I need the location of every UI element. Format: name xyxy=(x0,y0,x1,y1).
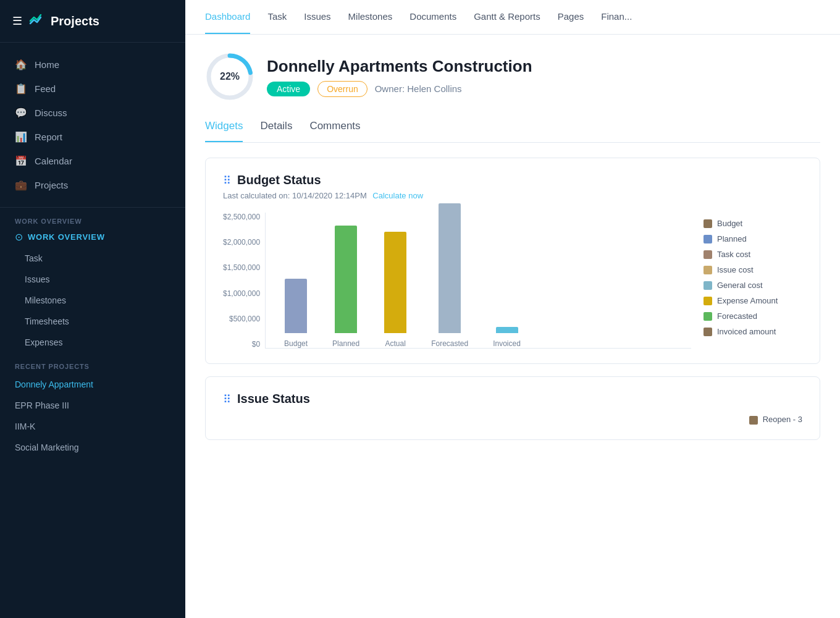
sidebar-sub-issues[interactable]: Issues xyxy=(0,269,185,290)
nav-milestones[interactable]: Milestones xyxy=(348,0,393,34)
sidebar-item-label: Calendar xyxy=(35,156,72,166)
bar-invoiced: Invoiced xyxy=(493,327,521,348)
sidebar-sub-timesheets[interactable]: Timesheets xyxy=(0,311,185,332)
issue-grid-icon: ⠿ xyxy=(223,392,231,406)
legend-label-budget: Budget xyxy=(717,219,742,228)
bar-invoiced-label: Invoiced xyxy=(493,339,521,348)
feed-icon: 📋 xyxy=(15,83,27,95)
logo-icon xyxy=(28,11,44,31)
bar-planned: Planned xyxy=(332,226,359,348)
nav-gantt[interactable]: Gantt & Reports xyxy=(474,0,540,34)
sidebar-item-feed[interactable]: 📋 Feed xyxy=(0,77,185,101)
sidebar-item-calendar[interactable]: 📅 Calendar xyxy=(0,149,185,173)
legend-task-cost: Task cost xyxy=(704,250,802,259)
y-label-2000k: $2,000,000 xyxy=(223,238,260,247)
bar-actual-fill xyxy=(384,232,406,333)
nav-documents[interactable]: Documents xyxy=(410,0,456,34)
bar-invoiced-fill xyxy=(496,327,518,333)
hamburger-icon[interactable]: ☰ xyxy=(12,14,22,28)
sidebar-item-home[interactable]: 🏠 Home xyxy=(0,53,185,77)
project-info: Donnelly Apartments Construction Active … xyxy=(267,57,532,97)
sidebar-item-label: Projects xyxy=(35,180,68,190)
owner-text: Owner: Helen Collins xyxy=(375,83,462,94)
legend-budget: Budget xyxy=(704,219,802,228)
discuss-icon: 💬 xyxy=(15,107,27,119)
sidebar-item-label: Report xyxy=(35,132,62,142)
nav-pages[interactable]: Pages xyxy=(558,0,584,34)
reopen-label: Reopen - 3 xyxy=(763,415,802,425)
legend-invoiced-amount: Invoiced amount xyxy=(704,327,802,336)
sidebar-item-report[interactable]: 📊 Report xyxy=(0,125,185,149)
legend-color-planned xyxy=(704,235,712,243)
project-title: Donnelly Apartments Construction xyxy=(267,57,532,76)
sidebar-recent-social[interactable]: Social Marketing xyxy=(0,437,185,458)
nav-dashboard[interactable]: Dashboard xyxy=(205,0,250,34)
legend-color-forecasted xyxy=(704,312,712,321)
bar-chart-wrapper: $2,500,000 $2,000,000 $1,500,000 $1,000,… xyxy=(223,213,691,349)
sidebar-item-projects[interactable]: 💼 Projects xyxy=(0,173,185,197)
sidebar-sub-milestones[interactable]: Milestones xyxy=(0,290,185,311)
bar-forecasted-fill xyxy=(439,203,461,333)
legend-color-task-cost xyxy=(704,250,712,259)
sidebar: ☰ Projects 🏠 Home 📋 Feed 💬 Discuss 📊 Rep… xyxy=(0,0,185,618)
bar-planned-fill xyxy=(335,226,357,333)
reopen-color-swatch xyxy=(749,416,758,425)
calculate-now-link[interactable]: Calculate now xyxy=(372,191,423,200)
sidebar-item-label: Feed xyxy=(35,83,56,94)
nav-issues[interactable]: Issues xyxy=(304,0,330,34)
home-icon: 🏠 xyxy=(15,59,27,70)
sidebar-nav: 🏠 Home 📋 Feed 💬 Discuss 📊 Report 📅 Calen… xyxy=(0,43,185,207)
budget-status-widget: ⠿ Budget Status Last calculated on: 10/1… xyxy=(205,158,820,364)
issue-widget-title: Issue Status xyxy=(237,392,310,406)
recent-projects-label: RECENT PROJECTS xyxy=(0,353,185,374)
progress-ring: 22% xyxy=(205,52,254,101)
budget-chart-area: $2,500,000 $2,000,000 $1,500,000 $1,000,… xyxy=(223,213,802,349)
bars-container: Budget Planned Actual xyxy=(265,213,691,349)
sidebar-sub-expenses[interactable]: Expenses xyxy=(0,332,185,353)
page-tabs: Widgets Details Comments xyxy=(205,116,820,143)
budget-grid-icon: ⠿ xyxy=(223,174,231,187)
bar-actual: Actual xyxy=(384,232,406,348)
sidebar-sub-task[interactable]: Task xyxy=(0,248,185,269)
main-content: Dashboard Task Issues Milestones Documen… xyxy=(185,0,840,618)
legend-label-expense-amount: Expense Amount xyxy=(717,296,778,305)
work-overview-label: WORK OVERVIEW xyxy=(0,208,185,229)
project-badges: Active Overrun Owner: Helen Collins xyxy=(267,81,532,97)
projects-icon: 💼 xyxy=(15,179,27,191)
sidebar-item-discuss[interactable]: 💬 Discuss xyxy=(0,101,185,125)
legend-label-invoiced-amount: Invoiced amount xyxy=(717,327,776,336)
legend-expense-amount: Expense Amount xyxy=(704,296,802,305)
work-overview-header: WORK OVERVIEW xyxy=(28,232,105,242)
sidebar-recent-iim[interactable]: IIM-K xyxy=(0,416,185,437)
legend-label-task-cost: Task cost xyxy=(717,250,750,259)
tab-widgets[interactable]: Widgets xyxy=(205,116,243,142)
work-overview-icon: ⊙ xyxy=(15,231,23,243)
legend-planned: Planned xyxy=(704,234,802,243)
tab-details[interactable]: Details xyxy=(260,116,292,142)
y-label-2500k: $2,500,000 xyxy=(223,213,260,221)
budget-widget-title: Budget Status xyxy=(237,173,321,187)
sidebar-recent-donnely[interactable]: Donnely Appartment xyxy=(0,374,185,395)
page-content: 22% Donnelly Apartments Construction Act… xyxy=(185,35,840,618)
y-label-1500k: $1,500,000 xyxy=(223,263,260,272)
bar-planned-label: Planned xyxy=(332,339,359,348)
legend-color-issue-cost xyxy=(704,266,712,274)
nav-finan[interactable]: Finan... xyxy=(601,0,632,34)
y-label-1000k: $1,000,000 xyxy=(223,289,260,298)
bar-forecasted: Forecasted xyxy=(431,203,468,348)
nav-task[interactable]: Task xyxy=(267,0,287,34)
y-label-500k: $500,000 xyxy=(229,315,260,323)
legend-color-budget xyxy=(704,219,712,228)
bar-budget-fill xyxy=(285,279,307,333)
sidebar-recent-epr[interactable]: EPR Phase III xyxy=(0,395,185,416)
legend-color-general-cost xyxy=(704,281,712,290)
active-badge: Active xyxy=(267,82,310,96)
legend-issue-cost: Issue cost xyxy=(704,265,802,274)
issue-status-widget: ⠿ Issue Status Reopen - 3 xyxy=(205,376,820,440)
sidebar-item-label: Discuss xyxy=(35,108,67,118)
tab-comments[interactable]: Comments xyxy=(309,116,360,142)
legend-color-invoiced-amount xyxy=(704,328,712,336)
legend-general-cost: General cost xyxy=(704,281,802,290)
report-icon: 📊 xyxy=(15,131,27,143)
top-nav: Dashboard Task Issues Milestones Documen… xyxy=(185,0,840,35)
